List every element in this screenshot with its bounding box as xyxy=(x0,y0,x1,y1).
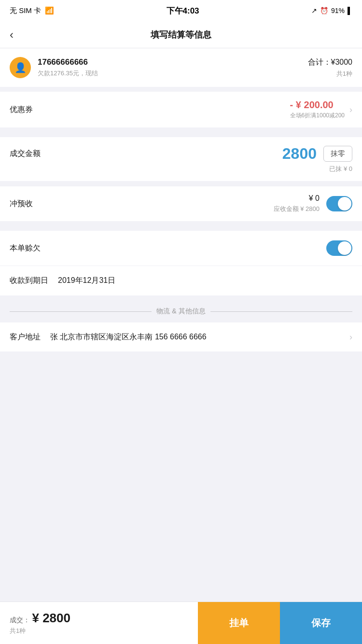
bottom-actions: 挂单 保存 xyxy=(198,602,362,644)
coupon-row[interactable]: 优惠券 - ¥ 200.00 全场6折满1000减200 › xyxy=(0,92,362,127)
bottom-bar: 成交： ¥ 2800 共1种 挂单 保存 xyxy=(0,602,362,644)
status-time: 下午4:03 xyxy=(167,5,199,16)
due-value: 2019年12月31日 xyxy=(58,276,115,286)
section-divider-2 xyxy=(0,221,362,226)
no-sim-text: 无 SIM 卡 xyxy=(10,6,41,15)
battery-icon: ▌ xyxy=(348,7,352,14)
save-button[interactable]: 保存 xyxy=(280,602,362,644)
debt-label: 本单赊欠 xyxy=(10,243,41,253)
total-value: ¥3000 xyxy=(331,58,353,66)
debt-section: 本单赊欠 xyxy=(0,231,362,266)
coupon-amount: - ¥ 200.00 xyxy=(290,99,345,111)
amount-sub: 已抹 ¥ 0 xyxy=(10,165,352,173)
section-divider-1 xyxy=(0,132,362,137)
status-right: ↗ ⏰ 91% ▌ xyxy=(311,7,352,14)
logistics-divider: 物流 & 其他信息 xyxy=(0,300,362,322)
hang-button[interactable]: 挂单 xyxy=(198,602,280,644)
prepay-section: 冲预收 ¥ 0 应收金额 ¥ 2800 xyxy=(0,186,362,221)
prepay-label: 冲预收 xyxy=(10,199,33,209)
battery-text: 91% xyxy=(331,7,345,14)
customer-count: 共1种 xyxy=(308,70,353,78)
avatar-icon: 👤 xyxy=(14,62,27,73)
address-section[interactable]: 客户地址 张 北京市市辖区海淀区永丰南 156 6666 6666 › xyxy=(0,322,362,351)
bottom-total-line: 成交： ¥ 2800 xyxy=(10,611,188,626)
address-value: 张 北京市市辖区海淀区永丰南 156 6666 6666 xyxy=(50,331,349,343)
amount-right: 2800 抹零 xyxy=(282,145,352,163)
bottom-gray-area xyxy=(0,356,362,414)
customer-phone: 17666666666 xyxy=(38,57,98,67)
prepay-row: 冲预收 ¥ 0 应收金额 ¥ 2800 xyxy=(10,194,352,213)
address-label: 客户地址 xyxy=(10,332,43,342)
status-left: 无 SIM 卡 📶 xyxy=(10,6,54,15)
bottom-total-label: 成交： xyxy=(10,616,30,624)
customer-left: 👤 17666666666 欠款1276.35元，现结 xyxy=(10,57,98,78)
wifi-icon: 📶 xyxy=(45,6,54,15)
amount-label: 成交金额 xyxy=(10,149,41,159)
avatar: 👤 xyxy=(10,57,31,78)
prepay-sub: 应收金额 ¥ 2800 xyxy=(274,205,320,213)
coupon-label: 优惠券 xyxy=(10,105,33,115)
customer-total: 合计：¥3000 xyxy=(308,57,353,68)
coupon-right: - ¥ 200.00 全场6折满1000减200 › xyxy=(290,99,352,120)
gps-icon: ↗ xyxy=(311,7,317,14)
customer-right: 合计：¥3000 共1种 xyxy=(308,57,353,78)
clock-icon: ⏰ xyxy=(320,7,328,14)
amount-section: 成交金额 2800 抹零 已抹 ¥ 0 xyxy=(0,137,362,181)
bottom-summary: 成交： ¥ 2800 共1种 xyxy=(0,611,198,635)
prepay-value: ¥ 0 xyxy=(274,194,320,203)
amount-value: 2800 xyxy=(282,145,317,163)
coupon-desc: 全场6折满1000减200 xyxy=(290,112,345,120)
logistics-line-left xyxy=(10,311,152,312)
bottom-amount: ¥ 2800 xyxy=(32,611,70,625)
due-label: 收款到期日 xyxy=(10,276,48,286)
debt-toggle[interactable] xyxy=(326,240,352,256)
nav-bar: ‹ 填写结算等信息 xyxy=(0,21,362,48)
logistics-text: 物流 & 其他信息 xyxy=(156,307,205,316)
due-date-section: 收款到期日 2019年12月31日 xyxy=(0,266,362,295)
page-title: 填写结算等信息 xyxy=(151,29,211,41)
customer-info: 17666666666 欠款1276.35元，现结 xyxy=(38,57,98,78)
bottom-count: 共1种 xyxy=(10,627,188,635)
coupon-chevron-icon: › xyxy=(349,105,352,115)
round-button[interactable]: 抹零 xyxy=(323,146,352,162)
amount-row: 成交金额 2800 抹零 xyxy=(10,145,352,163)
prepay-toggle[interactable] xyxy=(326,196,352,211)
customer-card: 👤 17666666666 欠款1276.35元，现结 合计：¥3000 共1种 xyxy=(0,48,362,87)
total-label: 合计： xyxy=(308,58,331,66)
back-button[interactable]: ‹ xyxy=(10,28,14,42)
logistics-line-right xyxy=(210,311,352,312)
address-chevron-icon: › xyxy=(349,332,352,342)
prepay-right: ¥ 0 应收金额 ¥ 2800 xyxy=(274,194,352,213)
content-area: 👤 17666666666 欠款1276.35元，现结 合计：¥3000 共1种… xyxy=(0,48,362,462)
customer-sub: 欠款1276.35元，现结 xyxy=(38,69,98,78)
status-bar: 无 SIM 卡 📶 下午4:03 ↗ ⏰ 91% ▌ xyxy=(0,0,362,21)
